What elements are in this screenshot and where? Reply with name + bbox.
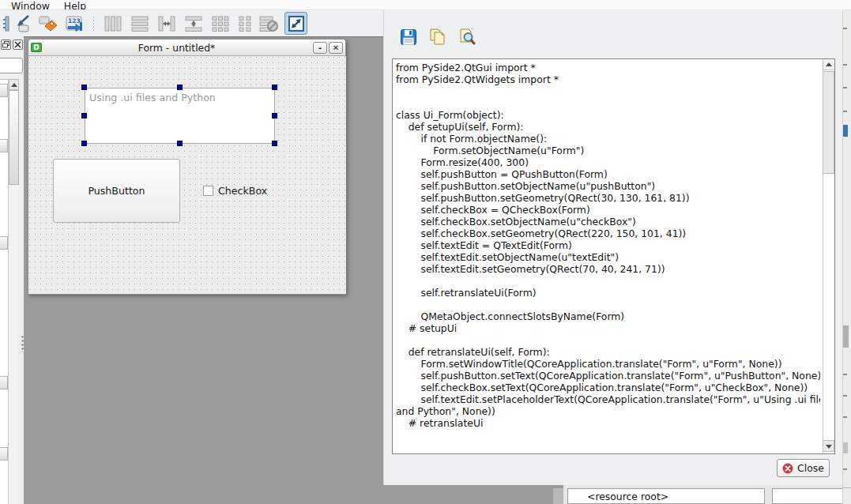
selected-row-mark: [843, 125, 848, 137]
checkbox-widget[interactable]: CheckBox: [203, 175, 283, 207]
form-window[interactable]: D Form - untitled* - ✕ Using .ui files a…: [28, 39, 346, 295]
edit-buddies-button[interactable]: [36, 12, 59, 35]
row-sliver: [843, 442, 848, 453]
minimize-button[interactable]: -: [313, 42, 327, 54]
tree-branch-mark: [843, 64, 847, 66]
textedit-widget[interactable]: Using .ui files and Python: [85, 88, 275, 144]
lay-out-horizontally-button[interactable]: [101, 12, 124, 35]
lay-out-horizontally-icon: [104, 15, 122, 32]
scrollbar-thumb-sliver: [843, 325, 849, 348]
lay-out-vertically-in-splitter-icon: [184, 15, 203, 32]
dock-float-button[interactable]: [1, 39, 11, 50]
form-window-titlebar[interactable]: D Form - untitled* - ✕: [28, 39, 345, 56]
menu-help[interactable]: Help: [64, 0, 86, 10]
close-icon: [13, 41, 22, 48]
tree-branch-mark: [843, 395, 847, 397]
scrollbar-thumb[interactable]: [9, 90, 19, 185]
toolbar-separator: [92, 16, 95, 32]
tree-branch-mark: [843, 416, 847, 418]
resource-root-item[interactable]: <resource root>: [587, 491, 764, 502]
lay-out-horizontally-in-splitter-button[interactable]: [155, 12, 178, 35]
edit-tab-order-button[interactable]: 123: [63, 12, 86, 35]
form-window-title: Form - untitled*: [42, 42, 311, 54]
arrow-up-icon: [11, 83, 17, 87]
close-icon: ✕: [333, 43, 339, 52]
lay-out-vertically-in-splitter-button[interactable]: [182, 12, 205, 35]
edit-buddies-icon: [38, 14, 58, 33]
dock-close-button[interactable]: [13, 39, 23, 50]
adjust-size-button[interactable]: [284, 12, 307, 35]
checkbox-indicator[interactable]: [203, 186, 213, 196]
widget-box-list[interactable]: [0, 79, 8, 504]
close-button[interactable]: ✕: [329, 42, 343, 54]
close-button-label: Close: [797, 462, 824, 474]
panel-divider: [843, 487, 851, 488]
resource-browser-panel: <resource root>: [563, 485, 851, 504]
save-icon: [400, 28, 417, 46]
right-panel-sliver: [842, 10, 851, 504]
selection-handle-s[interactable]: [177, 141, 183, 146]
menu-window[interactable]: Window: [11, 0, 50, 10]
dialog-toolbar: [398, 27, 477, 47]
selection-handle-w[interactable]: [81, 113, 87, 118]
minimize-icon: -: [318, 43, 322, 52]
restore-icon: [2, 41, 10, 48]
tree-branch-mark: [843, 468, 847, 470]
tree-branch-mark: [843, 111, 847, 112]
arrow-down-icon: [826, 445, 832, 449]
scroll-down-button[interactable]: [823, 440, 834, 452]
selection-handle-sw[interactable]: [81, 141, 87, 146]
lay-out-in-form-layout-button[interactable]: [234, 12, 257, 35]
close-icon: [782, 463, 793, 474]
break-layout-icon: [259, 15, 280, 32]
edit-signals-slots-icon: [12, 14, 31, 33]
resource-list[interactable]: [772, 488, 851, 504]
find-icon: [458, 28, 476, 47]
bottom-splitter-block[interactable]: [553, 488, 563, 504]
lay-out-vertically-icon: [130, 15, 149, 32]
tree-branch-mark: [843, 87, 847, 88]
edit-tab-order-icon: 123: [65, 14, 85, 33]
selection-handle-se[interactable]: [272, 141, 277, 146]
code-scrollbar[interactable]: [823, 59, 834, 453]
widget-category-header[interactable]: [0, 84, 8, 97]
save-button[interactable]: [398, 27, 419, 47]
selection-handle-ne[interactable]: [272, 85, 277, 90]
lay-out-in-grid-icon: [211, 15, 230, 32]
checkbox-label: CheckBox: [218, 185, 267, 197]
widget-category-header[interactable]: [0, 139, 8, 152]
dialog-close-button[interactable]: Close: [777, 459, 830, 477]
resource-tree[interactable]: <resource root>: [567, 488, 765, 504]
textedit-placeholder: Using .ui files and Python: [85, 88, 274, 107]
lay-out-vertically-button[interactable]: [128, 12, 151, 35]
scroll-up-button[interactable]: [823, 59, 834, 70]
widget-category-header[interactable]: [0, 236, 8, 250]
break-layout-button[interactable]: [258, 12, 281, 35]
svg-text:123: 123: [68, 17, 81, 24]
designer-form-icon: D: [31, 43, 42, 52]
form-canvas[interactable]: Using .ui files and Python PushButton Ch…: [29, 56, 346, 294]
lay-out-horizontally-in-splitter-icon: [157, 15, 176, 32]
selection-handle-n[interactable]: [177, 85, 183, 90]
selection-handle-nw[interactable]: [81, 85, 87, 90]
splitter-grip[interactable]: [21, 335, 24, 352]
selection-handle-e[interactable]: [272, 113, 277, 118]
copy-button[interactable]: [427, 27, 448, 47]
widget-category-header[interactable]: [0, 447, 8, 461]
code-view[interactable]: from PySide2.QtGui import * from PySide2…: [396, 62, 820, 452]
pushbutton-widget[interactable]: PushButton: [53, 159, 180, 223]
lay-out-in-form-layout-icon: [238, 15, 254, 32]
copy-icon: [428, 28, 447, 47]
widget-filter-input[interactable]: [0, 58, 23, 73]
scroll-up-button[interactable]: [9, 79, 19, 90]
scrollbar-thumb[interactable]: [823, 71, 834, 174]
lay-out-in-grid-button[interactable]: [209, 12, 232, 35]
arrow-up-icon: [826, 62, 832, 66]
widget-category-header[interactable]: [0, 376, 8, 389]
find-button[interactable]: [457, 27, 477, 47]
tree-branch-mark: [843, 374, 847, 375]
edit-widgets-icon: [0, 14, 10, 33]
edit-signals-slots-button[interactable]: [9, 12, 32, 35]
widget-box-scrollbar[interactable]: [8, 79, 18, 504]
main-toolbar: 123: [0, 10, 383, 36]
